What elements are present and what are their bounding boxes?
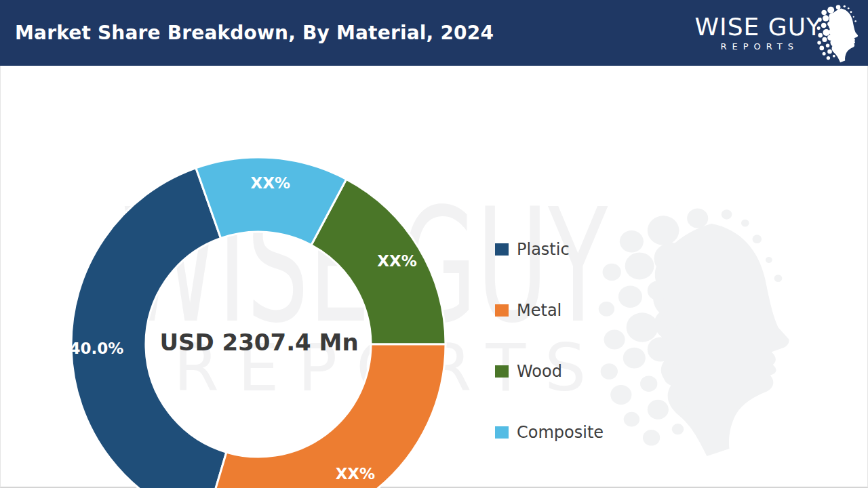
legend-swatch-metal bbox=[495, 304, 509, 317]
slice-label-metal: XX% bbox=[336, 465, 376, 483]
header: Market Share Breakdown, By Material, 202… bbox=[0, 0, 868, 66]
legend-item-metal: Metal bbox=[495, 303, 604, 318]
slice-label-composite: XX% bbox=[250, 174, 290, 192]
report-page: Market Share Breakdown, By Material, 202… bbox=[0, 0, 868, 488]
donut-slice-metal bbox=[205, 344, 446, 488]
legend-item-composite: Composite bbox=[495, 425, 604, 440]
slice-label-wood: XX% bbox=[377, 252, 417, 270]
donut-chart: 40.0%XX%XX%XX% bbox=[70, 156, 447, 488]
slice-label-plastic: 40.0% bbox=[70, 340, 123, 357]
legend-swatch-wood bbox=[495, 365, 509, 378]
donut-slice-plastic bbox=[71, 168, 226, 488]
logo-subtitle: REPORTS bbox=[695, 41, 823, 52]
legend-swatch-plastic bbox=[495, 243, 509, 256]
legend-label-wood: Wood bbox=[517, 363, 562, 380]
logo-text: WISE GUY REPORTS bbox=[695, 15, 823, 52]
legend-label-composite: Composite bbox=[517, 424, 604, 441]
donut-center-value: USD 2307.4 Mn bbox=[159, 329, 358, 356]
legend-item-plastic: Plastic bbox=[495, 242, 604, 257]
legend-item-wood: Wood bbox=[495, 364, 604, 379]
logo-head-icon bbox=[815, 4, 859, 64]
chart-area: WISE GUY REPORTS 40.0%XX%XX%XX% USD 2307… bbox=[0, 66, 868, 488]
legend: PlasticMetalWoodComposite bbox=[495, 242, 604, 486]
legend-label-plastic: Plastic bbox=[517, 241, 570, 258]
legend-label-metal: Metal bbox=[517, 302, 561, 319]
report-title: Market Share Breakdown, By Material, 202… bbox=[15, 22, 494, 44]
logo-wordmark: WISE GUY bbox=[695, 15, 823, 39]
legend-swatch-composite bbox=[495, 426, 509, 439]
wiseguy-logo: WISE GUY REPORTS bbox=[695, 3, 859, 64]
watermark-head-icon bbox=[592, 205, 790, 462]
